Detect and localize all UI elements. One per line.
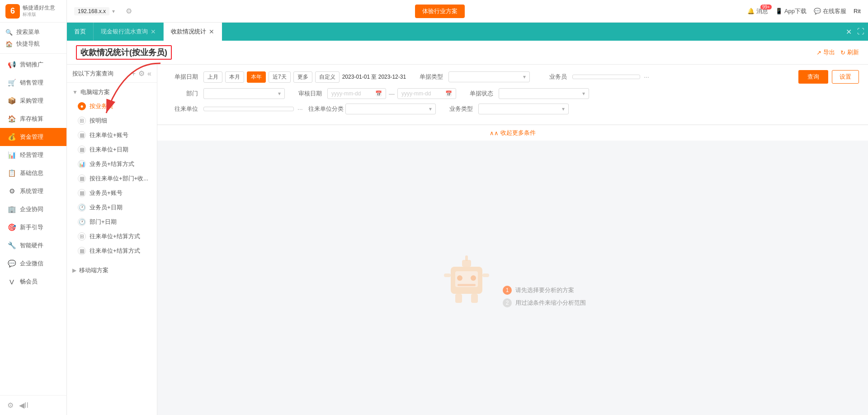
- tab-bank-flow-close-icon[interactable]: ✕: [151, 28, 156, 35]
- doc-type-select[interactable]: ▾: [448, 71, 530, 82]
- date-btn-this-month[interactable]: 本月: [225, 71, 244, 83]
- sidebar-item-business[interactable]: 📊 经营管理: [0, 146, 66, 164]
- sidebar-item-guide[interactable]: 🎯 新手引导: [0, 218, 66, 236]
- svg-rect-6: [465, 255, 468, 261]
- add-scheme-btn[interactable]: +: [132, 70, 136, 78]
- sidebar-search-area: 🔍 搜索菜单 🏠 快捷导航: [0, 23, 66, 54]
- sidebar-item-system[interactable]: ⚙ 系统管理: [0, 182, 66, 200]
- scheme-item-partner-account[interactable]: ▦ 往来单位+账号: [67, 128, 157, 142]
- date-btn-7days[interactable]: 近7天: [269, 71, 291, 83]
- mobile-scheme-arrow-icon: ▶: [72, 267, 76, 274]
- settings-bottom-icon[interactable]: ⚙: [7, 401, 14, 410]
- breadcrumb: 192.168.x.x ▾: [74, 7, 115, 15]
- collapse-sidebar-icon[interactable]: ◀II: [19, 401, 28, 410]
- business-type-select[interactable]: ▾: [478, 104, 569, 114]
- scheme-item-label: 业务员+结算方式: [90, 160, 134, 168]
- scheme-item-label: 按业务员: [90, 102, 113, 110]
- search-menu-item[interactable]: 🔍 搜索菜单: [5, 26, 61, 38]
- sidebar-item-enterprise[interactable]: 🏢 企业协同: [0, 200, 66, 218]
- window-close-icon[interactable]: ✕: [846, 28, 852, 36]
- date-btn-this-year[interactable]: 本年: [247, 71, 266, 83]
- main-content: 192.168.x.x ▾ ⚙ 体验行业方案 🔔 消息 99+ 📱 App下载 …: [67, 0, 868, 415]
- sidebar-item-sales[interactable]: 🛒 销售管理: [0, 74, 66, 92]
- partner-dots[interactable]: ···: [297, 105, 303, 113]
- window-maximize-icon[interactable]: ⛶: [857, 28, 864, 36]
- scheme-item-salesman-account[interactable]: ▦ 业务员+账号: [67, 186, 157, 200]
- message-btn[interactable]: 🔔 消息 99+: [747, 7, 768, 15]
- scheme-item-dept-date[interactable]: 🕐 部门+日期: [67, 215, 157, 229]
- tip-text-1: 请先选择要分析的方案: [515, 286, 574, 294]
- tab-collection-stats-close-icon[interactable]: ✕: [209, 28, 214, 35]
- app-download-btn[interactable]: 📱 App下载: [775, 7, 807, 15]
- tab-home[interactable]: 首页: [67, 23, 94, 41]
- mobile-scheme-header[interactable]: ▶ 移动端方案: [67, 264, 157, 277]
- sidebar-item-marketing[interactable]: 📢 营销推广: [0, 56, 66, 74]
- scheme-item-label: 部门+日期: [90, 218, 117, 226]
- salesman-dots[interactable]: ···: [644, 73, 649, 80]
- partner-category-chevron-icon: ▾: [429, 106, 432, 112]
- app-download-icon: 📱: [775, 8, 783, 14]
- review-date-to[interactable]: yyyy-mm-dd 📅: [397, 88, 456, 99]
- wechat-icon: 💬: [7, 259, 16, 268]
- partner-select[interactable]: [203, 107, 294, 111]
- sidebar-item-member[interactable]: V 畅会员: [0, 273, 66, 291]
- collapse-bar[interactable]: ∧∧ 收起更多条件: [157, 125, 868, 141]
- scheme-item-partner-settlement2[interactable]: ▦ 往来单位+结算方式: [67, 244, 157, 258]
- scheme-item-salesman-settlement[interactable]: 📊 业务员+结算方式: [67, 157, 157, 171]
- sidebar-item-purchase[interactable]: 📦 采购管理: [0, 92, 66, 110]
- user-avatar[interactable]: Rit: [854, 8, 861, 14]
- sidebar-item-finance[interactable]: 💰 资金管理: [0, 128, 66, 146]
- scheme-settings-icon[interactable]: ⚙: [138, 69, 145, 78]
- scheme-item-partner-date[interactable]: ▦ 往来单位+日期: [67, 142, 157, 157]
- online-service-btn[interactable]: 💬 在线客服: [814, 7, 846, 15]
- business-type-label: 业务类型: [441, 105, 473, 113]
- tab-collection-stats[interactable]: 收款情况统计 ✕: [164, 23, 222, 41]
- tab-bank-flow-label: 现金银行流水查询: [101, 28, 148, 36]
- doc-type-label: 单据类型: [411, 73, 443, 81]
- tab-bank-flow[interactable]: 现金银行流水查询 ✕: [94, 23, 164, 41]
- sidebar-item-label: 智能硬件: [20, 241, 43, 250]
- quick-nav-item[interactable]: 🏠 快捷导航: [5, 38, 61, 50]
- quick-nav-icon: 🏠: [5, 41, 13, 47]
- svg-rect-8: [482, 274, 489, 277]
- date-btn-more[interactable]: 更多: [293, 71, 312, 83]
- trial-btn[interactable]: 体验行业方案: [415, 5, 465, 18]
- partner-date-icon: ▦: [78, 146, 86, 154]
- quick-nav-label: 快捷导航: [16, 40, 40, 48]
- scheme-item-partner-settlement1[interactable]: ⊞ 往来单位+结算方式: [67, 229, 157, 244]
- tip-text-2: 用过滤条件来缩小分析范围: [515, 299, 586, 307]
- sidebar-item-label: 新手引导: [20, 223, 43, 231]
- sidebar-item-wechat[interactable]: 💬 企业微信: [0, 255, 66, 273]
- sidebar-item-basic[interactable]: 📋 基础信息: [0, 164, 66, 182]
- scheme-item-by-salesman[interactable]: ● 按业务员: [67, 99, 157, 113]
- partner-settlement1-icon: ⊞: [78, 232, 86, 241]
- collapse-panel-icon[interactable]: «: [147, 70, 151, 78]
- settings-btn[interactable]: 设置: [832, 70, 859, 84]
- review-date-group: yyyy-mm-dd 📅 — yyyy-mm-dd 📅: [327, 88, 456, 99]
- doc-status-select[interactable]: ▾: [499, 88, 589, 99]
- sidebar-item-hardware[interactable]: 🔧 智能硬件: [0, 236, 66, 255]
- header-gear-icon[interactable]: ⚙: [126, 7, 132, 15]
- scheme-item-salesman-date[interactable]: 🕐 业务员+日期: [67, 200, 157, 215]
- partner-category-select[interactable]: ▾: [345, 104, 436, 114]
- partner-account-icon: ▦: [78, 131, 86, 139]
- scheme-item-partner-dept-collect[interactable]: ▦ 按往来单位+部门+收...: [67, 171, 157, 186]
- refresh-btn[interactable]: ↻ 刷新: [840, 48, 859, 57]
- breadcrumb-chevron-icon[interactable]: ▾: [112, 8, 115, 14]
- export-btn[interactable]: ↗ 导出: [816, 48, 835, 57]
- query-btn[interactable]: 查询: [798, 70, 828, 84]
- date-label: 单据日期: [166, 73, 198, 81]
- content-body: 按以下方案查询 + ⚙ « ▼ 电脑端方案 ● 按业务员: [67, 65, 868, 415]
- logo-icon: 6: [5, 4, 20, 19]
- review-date-label: 审核日期: [290, 90, 322, 98]
- scheme-item-by-detail[interactable]: ⊞ 按明细: [67, 113, 157, 128]
- desktop-scheme-header[interactable]: ▼ 电脑端方案: [67, 85, 157, 99]
- svg-point-2: [457, 275, 462, 281]
- salesman-select[interactable]: [572, 75, 640, 79]
- sidebar-item-label: 基础信息: [20, 169, 43, 177]
- dept-select[interactable]: ▾: [203, 88, 285, 99]
- review-date-from[interactable]: yyyy-mm-dd 📅: [327, 88, 386, 99]
- sidebar-item-inventory[interactable]: 🏠 库存核算: [0, 110, 66, 128]
- date-btn-last-month[interactable]: 上月: [203, 71, 222, 83]
- date-btn-custom[interactable]: 自定义: [315, 71, 340, 83]
